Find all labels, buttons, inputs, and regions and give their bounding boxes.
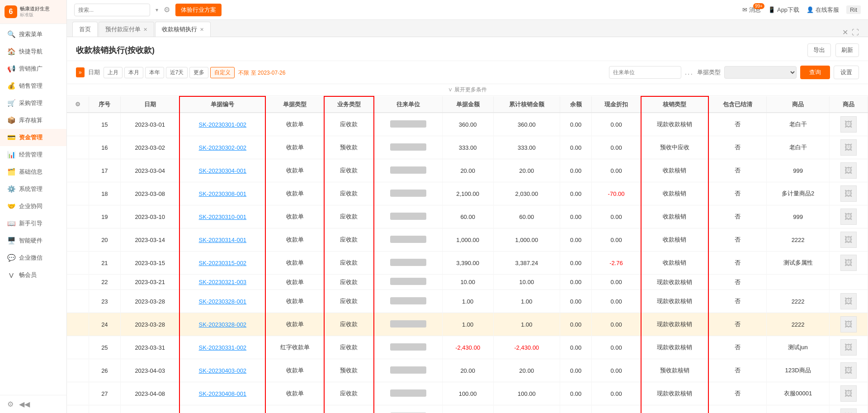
sidebar-item-label: 企业协同	[19, 202, 42, 210]
col-include-settled: 包含已结清	[708, 96, 767, 113]
filter-date-custom[interactable]: 自定义	[210, 67, 235, 78]
solution-button[interactable]: 体验行业方案	[175, 4, 222, 16]
filter-date-this-year[interactable]: 本年	[145, 67, 164, 78]
table-row[interactable]: 242023-03-28SK-20230328-002收款单应收款1.001.0…	[67, 313, 868, 336]
topbar-right: ✉ 消息 99+ 📱 App下载 👤 在线客服 Rit	[742, 5, 861, 14]
table-row[interactable]: 162023-03-02SK-20230302-002收款单预收款333.003…	[67, 136, 868, 159]
col-biz-type: 业务类型	[324, 96, 374, 113]
filter-date-this-month[interactable]: 本月	[124, 67, 143, 78]
sidebar-item-purchase[interactable]: 🛒 采购管理	[0, 95, 66, 112]
sidebar-item-inventory[interactable]: 📦 库存核算	[0, 112, 66, 129]
sidebar-item-label: 库存核算	[19, 116, 42, 124]
tab-expand-icon[interactable]: ⛶	[852, 28, 859, 37]
sidebar-item-search[interactable]: 🔍 搜索菜单	[0, 26, 66, 43]
collapse-icon[interactable]: ◀◀	[19, 400, 30, 408]
table-row[interactable]: 252023-03-31SK-20230331-002红字收款单应收款-2,43…	[67, 336, 868, 359]
bill-no-link[interactable]: SK-20230310-001	[179, 205, 265, 228]
app-label: App下载	[777, 6, 799, 14]
table-row[interactable]: 152023-03-01SK-20230301-002收款单应收款360.003…	[67, 113, 868, 136]
table-row[interactable]: 172023-03-04SK-20230304-001收款单应收款20.0020…	[67, 159, 868, 182]
sidebar-item-label: 智能硬件	[19, 237, 42, 245]
filter-set-button[interactable]: 设置	[834, 66, 859, 79]
topbar-app[interactable]: 📱 App下载	[768, 6, 799, 14]
tab-home[interactable]: 首页	[72, 22, 98, 37]
table-row[interactable]: 212023-03-15SK-20230315-002收款单应收款3,390.0…	[67, 252, 868, 275]
bill-no-link[interactable]: SK-20230304-001	[179, 159, 265, 182]
bill-no-link[interactable]: SK-20230403-002	[179, 359, 265, 382]
table-row[interactable]: 182023-03-08SK-20230308-001收款单应收款2,100.0…	[67, 182, 868, 205]
table-row[interactable]: 232023-03-28SK-20230328-001收款单应收款1.001.0…	[67, 290, 868, 313]
filter-toggle-icon[interactable]: »	[76, 67, 85, 77]
tab-collection-close-icon[interactable]: ✕	[200, 27, 204, 33]
sidebar-item-guide[interactable]: 📖 新手引导	[0, 215, 66, 232]
table-row[interactable]: 262023-04-03SK-20230403-002收款单预收款20.0020…	[67, 359, 868, 382]
sidebar-item-sales[interactable]: 💰 销售管理	[0, 77, 66, 95]
tab-home-label: 首页	[79, 25, 91, 33]
col-gear[interactable]: ⚙	[67, 96, 89, 113]
col-bill-no: 单据编号	[179, 96, 265, 113]
col-discount: 现金折扣	[592, 96, 641, 113]
sidebar-item-base[interactable]: 🗂️ 基础信息	[0, 163, 66, 180]
sidebar-item-label: 经营管理	[19, 151, 42, 159]
sidebar-item-wechat[interactable]: 💬 企业微信	[0, 249, 66, 266]
table-row[interactable]: 272023-04-08SK-20230408-001收款单应收款100.001…	[67, 382, 868, 405]
bill-no-link[interactable]: SK-20230418-001	[179, 405, 265, 413]
system-icon: ⚙️	[7, 185, 15, 193]
sidebar-logo: 6 畅康道好生意 标准版	[0, 0, 66, 24]
sidebar-item-label: 采购管理	[19, 99, 42, 107]
topbar-chevron-icon[interactable]: ▾	[156, 7, 158, 13]
refresh-button[interactable]: 刷新	[835, 43, 859, 57]
topbar-msg[interactable]: ✉ 消息 99+	[742, 6, 761, 14]
bill-no-link[interactable]: SK-20230315-002	[179, 252, 265, 275]
table-wrap: ⚙ 序号 日期 单据编号 单据类型 业务类型 往来单位 单据金额 累计核销金额 …	[67, 96, 868, 413]
sidebar-item-hardware[interactable]: 🖥️ 智能硬件	[0, 232, 66, 249]
bill-no-link[interactable]: SK-20230301-002	[179, 113, 265, 136]
filter-bar: » 日期 上月 本月 本年 近7天 更多 自定义 不限 至 2023-07-26…	[67, 61, 868, 84]
sidebar-logo-name: 畅康道好生意	[20, 5, 50, 12]
topbar-service[interactable]: 👤 在线客服	[807, 6, 839, 14]
bill-no-link[interactable]: SK-20230328-001	[179, 290, 265, 313]
col-amount: 单据金额	[442, 96, 493, 113]
wechat-icon: 💬	[7, 254, 15, 262]
table-row[interactable]: 222023-03-21SK-20230321-003收款单应收款10.0010…	[67, 275, 868, 290]
table-row[interactable]: 282023-04-18SK-20230418-001收款单应收款100.001…	[67, 405, 868, 413]
sidebar-item-member[interactable]: V 畅会员	[0, 266, 66, 284]
expand-label: 展开更多条件	[454, 86, 487, 93]
filter-date-7days[interactable]: 近7天	[166, 67, 188, 78]
sidebar-item-operation[interactable]: 📊 经营管理	[0, 146, 66, 163]
sidebar-item-quicknav[interactable]: 🏠 快捷导航	[0, 43, 66, 60]
filter-type-select[interactable]	[724, 66, 797, 79]
filter-date-prev-month[interactable]: 上月	[104, 67, 123, 78]
export-button[interactable]: 导出	[807, 43, 831, 57]
sidebar-item-system[interactable]: ⚙️ 系统管理	[0, 180, 66, 198]
table-row[interactable]: 192023-03-10SK-20230310-001收款单应收款60.0060…	[67, 205, 868, 228]
bill-no-link[interactable]: SK-20230408-001	[179, 382, 265, 405]
topbar-search-input[interactable]	[74, 4, 150, 16]
sidebar-logo-badge: 标准版	[20, 12, 50, 18]
bill-no-link[interactable]: SK-20230328-002	[179, 313, 265, 336]
operation-icon: 📊	[7, 151, 15, 159]
expand-bar[interactable]: ∨ 展开更多条件	[67, 84, 868, 96]
filter-dots[interactable]: ...	[685, 68, 693, 76]
bill-no-link[interactable]: SK-20230314-001	[179, 228, 265, 252]
table-row[interactable]: 202023-03-14SK-20230314-001收款单应收款1,000.0…	[67, 228, 868, 252]
col-goods-thumb: 商品	[830, 96, 868, 113]
bill-no-link[interactable]: SK-20230331-002	[179, 336, 265, 359]
filter-unit-input[interactable]	[609, 66, 681, 79]
bill-no-link[interactable]: SK-20230321-003	[179, 275, 265, 290]
tab-prepay-close-icon[interactable]: ✕	[143, 27, 147, 33]
tab-prepay[interactable]: 预付款应付单 ✕	[99, 22, 154, 37]
topbar-gear-icon[interactable]: ⚙	[164, 5, 170, 14]
tab-close-all-icon[interactable]: ✕	[842, 28, 848, 37]
bill-no-link[interactable]: SK-20230302-002	[179, 136, 265, 159]
sidebar-item-marketing[interactable]: 📢 营销推广	[0, 60, 66, 77]
filter-date-more[interactable]: 更多	[189, 67, 208, 78]
content-header: 收款核销执行(按收款) 导出 刷新	[67, 37, 868, 61]
sidebar-item-finance[interactable]: 💳 资金管理	[0, 129, 66, 146]
tab-collection[interactable]: 收款核销执行 ✕	[155, 22, 211, 37]
topbar-user[interactable]: Rit	[846, 5, 861, 14]
filter-query-button[interactable]: 查询	[800, 66, 830, 79]
settings-icon[interactable]: ⚙	[7, 400, 14, 408]
bill-no-link[interactable]: SK-20230308-001	[179, 182, 265, 205]
sidebar-item-corp[interactable]: 🤝 企业协同	[0, 198, 66, 215]
